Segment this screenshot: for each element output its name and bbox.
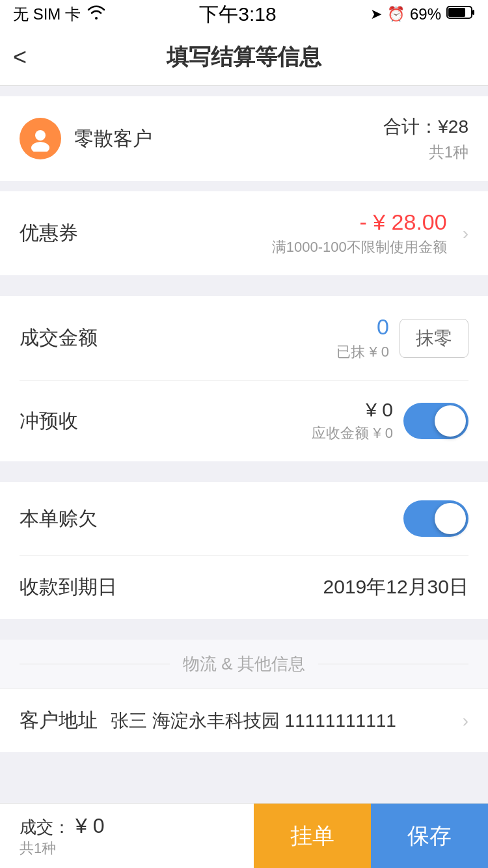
battery-percent: 69%	[410, 5, 441, 23]
status-time: 下午3:18	[199, 1, 276, 28]
customer-total: 合计：¥28 共1种	[383, 115, 468, 163]
nav-bar: < 填写结算等信息	[0, 29, 488, 86]
prepayment-amount: ¥ 0	[312, 399, 393, 421]
coupon-card[interactable]: 优惠券 - ¥ 28.00 满1000-100不限制使用金额 ›	[0, 191, 488, 275]
total-count: 共1种	[383, 142, 468, 163]
svg-point-3	[35, 130, 46, 141]
transaction-right: 0 已抹 ¥ 0 抹零	[336, 314, 468, 362]
customer-info: 零散客户	[20, 118, 152, 159]
prepayment-label: 冲预收	[20, 408, 78, 435]
back-button[interactable]: <	[13, 44, 27, 71]
due-date-value: 2019年12月30日	[323, 574, 468, 601]
wifi-icon	[87, 5, 105, 23]
battery-icon	[446, 5, 475, 23]
debt-label: 本单赊欠	[20, 506, 98, 532]
pending-label: 挂单	[290, 821, 334, 851]
bottom-amount: ¥ 0	[75, 814, 104, 838]
coupon-right[interactable]: - ¥ 28.00 满1000-100不限制使用金额 ›	[272, 210, 468, 257]
address-label: 客户地址	[20, 707, 98, 734]
bottom-summary: 成交： ¥ 0 共1种	[0, 804, 254, 868]
svg-rect-2	[472, 10, 474, 15]
coupon-label: 优惠券	[20, 220, 78, 247]
bottom-bar: 成交： ¥ 0 共1种 挂单 保存	[0, 803, 488, 868]
prepayment-right: ¥ 0 应收金额 ¥ 0	[312, 399, 468, 443]
signal-text: 无 SIM 卡	[13, 4, 81, 25]
pending-button[interactable]: 挂单	[254, 804, 371, 868]
logistics-card: 物流 & 其他信息 客户地址 张三 海淀永丰科技园 11111111111 ›	[0, 640, 488, 752]
alarm-icon: ⏰	[387, 6, 405, 23]
section-divider-1	[0, 286, 488, 296]
customer-card: 零散客户 合计：¥28 共1种	[0, 96, 488, 181]
address-row[interactable]: 客户地址 张三 海淀永丰科技园 11111111111 ›	[0, 689, 488, 752]
coupon-value: - ¥ 28.00	[272, 210, 447, 235]
bottom-count: 共1种	[20, 839, 234, 858]
due-date-row: 收款到期日 2019年12月30日	[0, 556, 488, 619]
prepayment-sub: 应收金额 ¥ 0	[312, 424, 393, 443]
debt-toggle-knob	[435, 503, 466, 534]
section-divider-3	[0, 629, 488, 640]
toggle-knob	[435, 405, 466, 437]
save-label: 保存	[407, 821, 452, 851]
total-amount: 合计：¥28	[383, 115, 468, 139]
page-title: 填写结算等信息	[167, 42, 321, 72]
debt-toggle[interactable]	[403, 500, 468, 537]
avatar	[20, 118, 61, 159]
transaction-label: 成交金额	[20, 325, 98, 351]
logistics-line-right	[318, 664, 468, 664]
round-button[interactable]: 抹零	[400, 319, 468, 358]
transaction-value[interactable]: 0	[377, 314, 389, 339]
transaction-sub: 已抹 ¥ 0	[336, 342, 389, 362]
svg-rect-1	[448, 8, 465, 17]
transaction-row: 成交金额 0 已抹 ¥ 0 抹零	[0, 296, 488, 380]
address-chevron-icon: ›	[463, 711, 468, 731]
customer-name: 零散客户	[74, 126, 152, 152]
coupon-desc: 满1000-100不限制使用金额	[272, 237, 447, 257]
debt-row: 本单赊欠	[0, 482, 488, 555]
chevron-right-icon: ›	[463, 223, 468, 244]
debt-card: 本单赊欠 收款到期日 2019年12月30日	[0, 482, 488, 619]
transaction-card: 成交金额 0 已抹 ¥ 0 抹零 冲预收 ¥ 0 应收金额 ¥ 0	[0, 296, 488, 461]
coupon-row[interactable]: 优惠券 - ¥ 28.00 满1000-100不限制使用金额 ›	[0, 191, 488, 275]
address-value: 张三 海淀永丰科技园 11111111111	[111, 709, 450, 733]
section-divider-2	[0, 472, 488, 482]
logistics-line-left	[20, 664, 170, 664]
due-date-label: 收款到期日	[20, 574, 117, 601]
prepayment-row: 冲预收 ¥ 0 应收金额 ¥ 0	[0, 381, 488, 461]
bottom-label: 成交：	[20, 816, 70, 839]
debt-right	[403, 500, 468, 537]
status-bar: 无 SIM 卡 下午3:18 ➤ ⏰ 69%	[0, 0, 488, 29]
logistics-header: 物流 & 其他信息	[0, 640, 488, 688]
prepayment-toggle[interactable]	[403, 403, 468, 439]
customer-row: 零散客户 合计：¥28 共1种	[0, 96, 488, 181]
status-right: ➤ ⏰ 69%	[370, 5, 475, 23]
location-icon: ➤	[370, 6, 382, 23]
save-button[interactable]: 保存	[371, 804, 488, 868]
status-left: 无 SIM 卡	[13, 4, 105, 25]
svg-point-4	[31, 142, 49, 152]
logistics-title: 物流 & 其他信息	[170, 653, 318, 675]
